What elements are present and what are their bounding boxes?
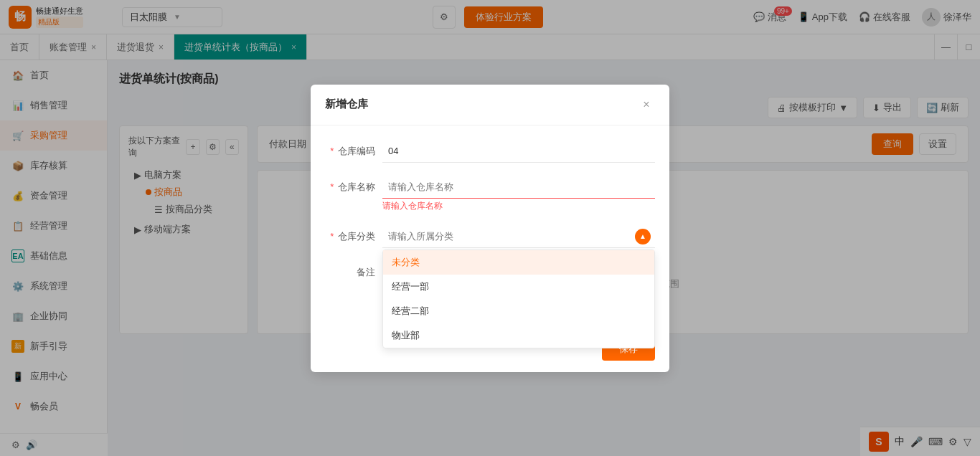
modal-title: 新增仓库 bbox=[325, 98, 368, 111]
code-input-wrap bbox=[382, 140, 655, 163]
modal-close-button[interactable]: × bbox=[638, 96, 655, 113]
dropdown-item-property[interactable]: 物业部 bbox=[383, 323, 654, 348]
category-dropdown-list: 未分类 经营一部 经营二部 物业部 bbox=[382, 250, 655, 348]
code-input[interactable] bbox=[382, 140, 655, 163]
modal-header: 新增仓库 × bbox=[311, 85, 669, 125]
code-field-row: * 仓库编码 bbox=[325, 140, 655, 163]
code-label: * 仓库编码 bbox=[325, 140, 382, 163]
modal-overlay[interactable]: 新增仓库 × * 仓库编码 * 仓库名称 bbox=[0, 0, 980, 456]
name-label: * 仓库名称 bbox=[325, 176, 382, 199]
dropdown-arrow-button[interactable]: ▲ bbox=[635, 229, 651, 244]
category-field-row: * 仓库分类 ▲ 未分类 经营一部 经营二部 物业部 bbox=[325, 225, 655, 248]
name-error-message: 请输入仓库名称 bbox=[382, 200, 655, 212]
name-input[interactable] bbox=[382, 176, 655, 199]
name-input-wrap: 请输入仓库名称 bbox=[382, 176, 655, 212]
note-label: 备注 bbox=[325, 261, 382, 284]
new-warehouse-modal: 新增仓库 × * 仓库编码 * 仓库名称 bbox=[311, 85, 669, 372]
name-field-row: * 仓库名称 请输入仓库名称 bbox=[325, 176, 655, 212]
category-dropdown-wrap: ▲ 未分类 经营一部 经营二部 物业部 bbox=[382, 225, 655, 248]
category-label: * 仓库分类 bbox=[325, 225, 382, 248]
dropdown-item-uncategorized[interactable]: 未分类 bbox=[383, 250, 654, 275]
category-input[interactable] bbox=[382, 225, 655, 248]
dropdown-item-dept1[interactable]: 经营一部 bbox=[383, 275, 654, 299]
dropdown-item-dept2[interactable]: 经营二部 bbox=[383, 299, 654, 323]
modal-body: * 仓库编码 * 仓库名称 请输入仓库名称 bbox=[311, 125, 669, 331]
